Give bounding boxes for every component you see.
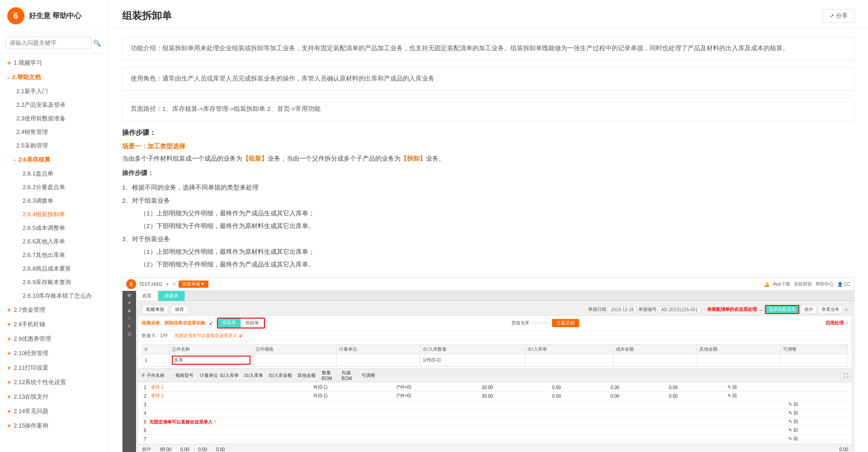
sidebar-item-cost-recalc[interactable]: 2.6.8商品成本重算 [0,262,108,276]
assembly-highlight: 【组装】 [242,155,268,162]
child-cell-edit-2[interactable]: ✎ 回 [726,392,787,400]
col-child-other: 其他金额 [297,372,320,379]
col-child-qty: 出/入库单 [220,372,242,379]
sidebar-item-inventory[interactable]: - 2.6库存核算 [0,152,108,167]
sidebar-item-inventory-query[interactable]: 2.6.9库存账本查询 [0,276,108,289]
cell-spec [253,354,337,366]
sidebar-item-partial-stocktake[interactable]: 2.6.2分量盘点单 [0,181,108,194]
child-cell-edit-3[interactable]: ✎ 回 [787,400,848,409]
footer-v3: 0.00 [216,447,225,452]
anno-arrow-3: ↙ [209,320,213,326]
child-cell-idx-2: 2 [142,392,149,400]
child-idx-3: 3 [142,400,149,409]
child-cell-edit-6[interactable]: ✎ 回 [787,426,848,435]
footer-total-label: 合计 [142,446,151,452]
mock-select-bom-btn[interactable]: 选择装配清单 [765,305,799,314]
sidebar-item-other-inbound[interactable]: 2.6.6其他入库单 [0,235,108,248]
mock-assembly-btn[interactable]: 组装单 [218,319,241,328]
sidebar-item-sales[interactable]: 2.4销售管理 [0,125,108,139]
sidebar-item-cost-adjust[interactable]: 2.6.5成本调整单 [0,221,108,235]
child-cell-q2: 30.00 [480,383,550,392]
annotation-1: 有装配清单的在这里处理 [707,306,757,313]
mock-confirm-btn[interactable]: 立案采购 [552,319,579,327]
mock-date-value: 2019-12-26 [608,306,637,313]
feature-intro-text: 功能介绍：组装拆卸单用来处理企业组装或拆卸等加工业务，支持有固定装配清单的产品加… [131,45,789,52]
sidebar-item-coupon[interactable]: + 2.9优惠券管理 [0,332,108,346]
mock-sub-table-header: # 子件名称 规格型号 计量单位 出/入库单 出/入库单 出/入库金额 其他金额… [138,368,852,382]
step-3b: （2）下部明细为子件明细，最终作为产成品生成其它入库单。 [122,259,854,270]
share-button[interactable]: ↗ 分享 [823,9,854,23]
sidebar-item-inventory-error[interactable]: 2.6.10库存账本错了怎么办 [0,289,108,303]
mock-app-store: App下载 [773,281,790,287]
sidebar-item-help-docs[interactable]: - 2.帮助文档 [0,70,108,85]
search-input[interactable] [5,37,91,49]
mock-new-doc-btn[interactable]: 新建单据▼ [179,281,208,288]
mock-action-btn-1[interactable]: 操作 [801,305,816,314]
child-cell-edit[interactable]: ✎ 回 [726,383,787,392]
disassembly-highlight: 【拆卸】 [401,155,426,162]
sidebar-item-print[interactable]: + 2.11打印设置 [0,361,108,375]
scene-1-desc: 当由多个子件材料组装成一个成品的业务为【组装】业务，当由一个父件拆分成多个子产品… [122,153,854,164]
child-cell-other-2: 0.00 [609,392,667,400]
mock-close-icon[interactable]: ✕ [844,307,848,312]
sidebar-item-purchase[interactable]: 2.5采购管理 [0,139,108,152]
page-header: 组装拆卸单 ↗ 分享 [108,0,868,28]
sidebar-item-stocktake[interactable]: 2.6.1盘点单 [0,167,108,181]
mock-action-btn-2[interactable]: 查看业务 [818,305,843,314]
sidebar-item-mobile[interactable]: + 2.8手机旺铺 [0,317,108,332]
child-cell-edit-5[interactable]: ✎ 回 [787,418,848,426]
mock-tab-new[interactable]: 新建单 [158,291,185,301]
sidebar-item-customize[interactable]: + 2.12系统个性化设置 [0,375,108,390]
col-expand-icon[interactable]: ⛶ [843,373,848,378]
sidebar-item-online-pay[interactable]: + 2.13在线支付 [0,390,108,404]
mock-qty-label: 数量为：1/件 [142,333,168,338]
col-parent-name: 父件名称 [170,345,253,354]
sidebar-item-install[interactable]: 2.2产品安装及登录 [0,98,108,112]
search-button[interactable]: 🔍 [91,39,103,47]
mock-new-btn[interactable]: 新建单据 [142,305,168,314]
child-cell-unit-2: 件(0-1) [311,392,395,400]
sidebar-item-transfer[interactable]: 2.6.3调拨单 [0,194,108,208]
sidebar-item-assembly[interactable]: 2.6.4组装拆卸单 [0,208,108,221]
mock-billno-label: 单据编号 [638,306,656,313]
sidebar-item-label: 1.视频学习 [14,59,42,67]
child-cell-q1: (*件+0) [395,383,480,392]
mock-save-btn[interactable]: 保存 [171,305,188,314]
mock-form-title-bar: 新建单据 保存 单据日期 2019-12-26 单据编号 AD-20191226… [138,304,852,316]
role-intro-block: 使用角色：通常由生产人员或库管人员完成拆装业务的操作，库管人员确认原材料的出库和… [122,67,854,91]
sidebar-item-beginner[interactable]: 2.1新手入门 [0,85,108,98]
annotation-arrow-1: → [759,307,763,312]
mock-tab-home[interactable]: 自页 [136,291,158,301]
child-cell-edit-7[interactable]: ✎ 回 [787,435,848,443]
mock-table-header-row: # 父件名称 父件规格 计量单位 出/入库数量 出/入库单 成本金额 [142,345,848,354]
child-cell-idx: 1 [142,383,149,392]
mock-warehouse-input[interactable] [531,322,550,324]
child-cell-edit-4[interactable]: ✎ 回 [787,409,848,418]
sidebar-item-faq[interactable]: + 2.14常见问题 [0,404,108,419]
cell-inout-order [525,354,613,366]
expand-icon: + [7,321,11,328]
col-child-adj: 可调整 [362,372,380,379]
sidebar-item-cases[interactable]: + 2.15操作案例 [0,419,108,433]
mock-top-left: 6 TEST-H002 ▼ ⟳ 新建单据▼ [126,279,208,289]
mock-table-area: # 父件名称 父件规格 计量单位 出/入库数量 出/入库单 成本金额 [138,341,852,368]
col-cost: 成本金额 [613,345,697,354]
sidebar-item-operations[interactable]: + 2.10经营管理 [0,346,108,361]
page-title: 组装拆卸单 [122,9,172,23]
mock-sidebar-icon-1: ⊞ [127,293,131,298]
sidebar-item-other-outbound[interactable]: 2.6.7其他出库单 [0,248,108,262]
sidebar-item-video[interactable]: + 1.视频学习 [0,56,108,70]
child-cell-adj-2: 0.00 [667,392,726,400]
child-idx-6: 6 [142,426,149,435]
child-cell-adj: 0.00 [667,383,726,392]
sidebar-item-data-prep[interactable]: 2.3使用前数据准备 [0,112,108,125]
mock-disassembly-btn[interactable]: 拆卸单 [241,319,264,328]
expand-icon: + [7,350,11,357]
col-child-name: 子件名称 [146,372,174,379]
operations-title: 操作步骤： [122,128,854,137]
expand-icon: + [7,379,11,386]
table-row: 1 关系 1/件(0-1) [142,354,848,366]
col-child-spec: 规格型号 [175,372,198,379]
sidebar-item-finance[interactable]: + 2.7资金管理 [0,303,108,317]
cell-name-input[interactable]: 关系 [172,356,250,365]
